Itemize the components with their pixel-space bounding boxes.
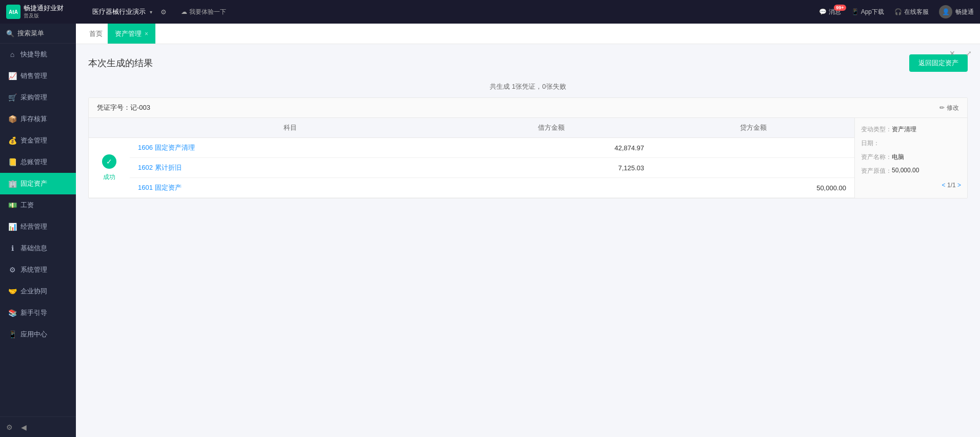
sidebar-item-basic-info[interactable]: ℹ 基础信息 [0,237,76,259]
app-download-icon: 📱 [851,8,859,15]
sidebar-item-label: 销售管理 [21,71,47,81]
online-service-label: 在线客服 [904,8,929,16]
settings-icon[interactable]: ⚙ [156,5,171,19]
sidebar: 🔍 搜索菜单 ⌂ 快捷导航 📈 销售管理 🛒 采购管理 📦 库存核算 💰 资金管… [0,24,76,437]
panel-pagination: < 1/1 > [861,182,961,189]
prev-page-icon[interactable]: < [942,182,946,189]
footer-collapse-icon[interactable]: ◀ [21,423,27,431]
online-service-action[interactable]: 🎧 在线客服 [894,8,929,16]
page-content: ✕ ⤢ 本次生成的结果 返回固定资产 共生成 1张凭证，0张失败 凭证字号：记-… [76,44,980,437]
row1-subject: 1606 固定资产清理 [130,138,450,158]
enterprise-icon: 🤝 [8,287,16,295]
inventory-icon: 📦 [8,115,16,123]
pagination-info: 1/1 [947,182,957,189]
company-dropdown-icon[interactable]: ▾ [150,9,152,15]
message-action[interactable]: 💬 消息 99+ [819,8,841,16]
sidebar-item-label: 经营管理 [21,222,47,231]
asset-name-value: 电脑 [892,153,904,162]
voucher-section: 凭证字号：记-003 ✏ 修改 科目 [88,97,968,198]
sidebar-item-label: 企业协同 [21,287,47,296]
edit-link[interactable]: ✏ 修改 [939,104,959,112]
sidebar-item-label: 固定资产 [21,179,47,188]
sidebar-item-enterprise[interactable]: 🤝 企业协同 [0,281,76,302]
table-row: 1602 累计折旧 7,125.03 [89,158,854,178]
table-row: 1601 固定资产 50,000.00 [89,178,854,198]
purchase-icon: 🛒 [8,93,16,102]
tab-home[interactable]: 首页 [84,24,108,44]
success-label: 成功 [103,173,115,182]
sidebar-item-purchase[interactable]: 🛒 采购管理 [0,87,76,108]
logo-text: 畅捷通好业财 [24,4,64,12]
col-debit: 借方金额 [450,118,652,138]
edit-label: 修改 [947,104,959,112]
row1-debit: 42,874.97 [450,138,652,158]
change-type-value: 资产清理 [892,125,916,134]
col-status [89,118,130,138]
top-bar-right: 💬 消息 99+ 📱 App下载 🎧 在线客服 👤 畅捷通 [819,5,974,18]
close-window-button[interactable]: ✕ [945,46,959,61]
voucher-header: 凭证字号：记-003 ✏ 修改 [89,98,967,118]
sidebar-item-payroll[interactable]: 💵 工资 [0,194,76,216]
sidebar-item-quick-nav[interactable]: ⌂ 快捷导航 [0,44,76,65]
col-subject: 科目 [130,118,450,138]
success-icon: ✓ [102,154,116,169]
sidebar-item-app-center[interactable]: 📱 应用中心 [0,324,76,345]
home-icon: ⌂ [8,50,16,58]
voucher-body: 科目 借方金额 贷方金额 ✓ 成 [89,118,967,198]
sidebar-search[interactable]: 🔍 搜索菜单 [0,24,76,44]
col-credit: 贷方金额 [652,118,854,138]
sidebar-item-ledger[interactable]: 📒 总账管理 [0,151,76,173]
message-icon: 💬 [819,8,827,15]
sales-icon: 📈 [8,72,16,80]
sidebar-item-capital[interactable]: 💰 资金管理 [0,130,76,151]
app-download-action[interactable]: 📱 App下载 [851,8,884,16]
tab-home-label: 首页 [89,29,103,38]
experience-button[interactable]: ☁ 我要体验一下 [181,8,226,16]
date-label: 日期： [861,139,890,148]
summary-text: 共生成 1张凭证，0张失败 [88,82,968,91]
content-area: 首页 资产管理 × ✕ ⤢ 本次生成的结果 返回固定资产 共生成 1张凭证，0张… [76,24,980,437]
top-bar-center: 医疗器械行业演示 ▾ ⚙ ☁ 我要体验一下 [82,5,819,19]
app-logo: AtA 畅捷通好业财 普及版 [6,4,82,19]
search-icon: 🔍 [6,30,14,37]
basic-info-icon: ℹ [8,244,16,252]
panel-change-type-row: 变动类型： 资产清理 [861,125,961,134]
sidebar-item-operations[interactable]: 📊 经营管理 [0,216,76,237]
sidebar-item-label: 库存核算 [21,114,47,124]
tab-asset-management[interactable]: 资产管理 × [108,24,155,44]
search-label: 搜索菜单 [17,29,44,38]
panel-date-row: 日期： [861,139,961,148]
sidebar-item-label: 系统管理 [21,265,47,274]
next-page-icon[interactable]: > [957,182,961,189]
sidebar-item-sales[interactable]: 📈 销售管理 [0,65,76,87]
maximize-window-button[interactable]: ⤢ [962,46,976,61]
logo-icon: AtA [6,5,21,19]
sidebar-item-system[interactable]: ⚙ 系统管理 [0,259,76,281]
edit-icon: ✏ [939,104,945,111]
sidebar-item-label: 总账管理 [21,157,47,167]
tab-close-icon[interactable]: × [145,30,148,37]
row2-credit [652,158,854,178]
experience-icon: ☁ [181,8,187,15]
footer-settings-icon[interactable]: ⚙ [6,423,13,431]
company-name: 医疗器械行业演示 [92,7,146,16]
sidebar-item-inventory[interactable]: 📦 库存核算 [0,108,76,130]
sidebar-item-label: 采购管理 [21,93,47,102]
username: 畅捷通 [955,8,974,16]
window-controls: ✕ ⤢ [945,46,976,61]
user-info[interactable]: 👤 畅捷通 [939,5,974,18]
voucher-no: 凭证字号：记-003 [97,103,150,112]
panel-asset-value-row: 资产原值： 50,000.00 [861,167,961,175]
ledger-icon: 📒 [8,158,16,166]
sidebar-item-guide[interactable]: 📚 新手引导 [0,302,76,324]
app-download-label: App下载 [861,8,884,16]
table-part: 科目 借方金额 贷方金额 ✓ 成 [89,118,854,198]
asset-value-label: 资产原值： [861,167,892,175]
app-center-icon: 📱 [8,330,16,339]
row3-subject: 1601 固定资产 [130,178,450,198]
top-bar: AtA 畅捷通好业财 普及版 医疗器械行业演示 ▾ ⚙ ☁ 我要体验一下 💬 消… [0,0,980,24]
sidebar-item-fixed-assets[interactable]: 🏢 固定资产 [0,173,76,194]
sidebar-item-label: 资金管理 [21,136,47,145]
sidebar-item-label: 基础信息 [21,244,47,253]
page-header: 本次生成的结果 返回固定资产 [88,54,968,72]
